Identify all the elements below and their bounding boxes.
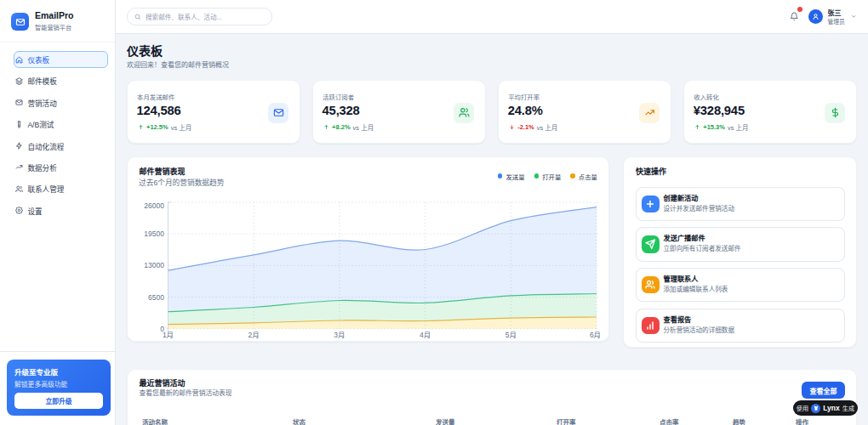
svg-text:3月: 3月 [334,331,345,339]
svg-text:2月: 2月 [248,331,260,339]
svg-text:5月: 5月 [505,331,517,339]
svg-text:26000: 26000 [144,201,164,210]
svg-text:1月: 1月 [163,331,174,339]
svg-text:13000: 13000 [144,261,164,269]
svg-text:4月: 4月 [420,331,431,339]
svg-text:19500: 19500 [144,230,164,238]
svg-text:6500: 6500 [148,293,164,302]
svg-text:6月: 6月 [590,331,601,339]
